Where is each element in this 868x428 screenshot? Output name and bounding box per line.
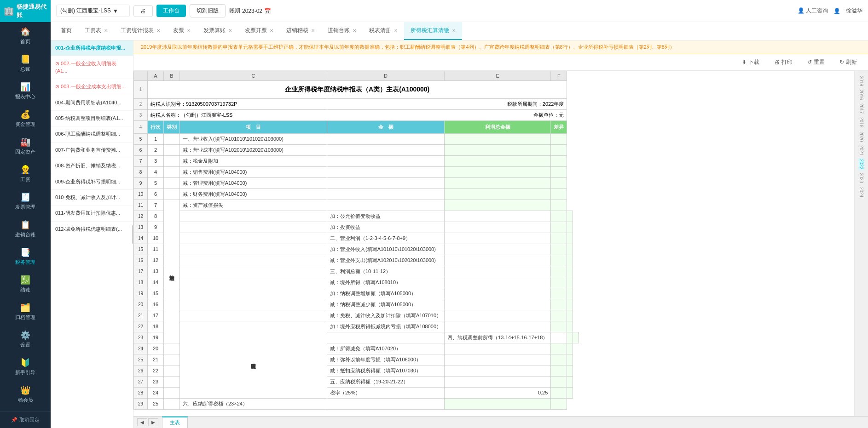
switch-version-btn[interactable]: 切到旧版	[190, 4, 226, 17]
nav-icon: 🔰	[20, 358, 30, 368]
tab-close-icon[interactable]: ✕	[394, 28, 398, 33]
next-tab-btn[interactable]: ▶	[148, 418, 158, 426]
sidebar-item-发票管理[interactable]: 🧾发票管理	[0, 188, 51, 215]
left-panel: 001-企业所得税年度纳税申报...⊘ 002-一般企业收入明细表(A1...⊘…	[51, 40, 133, 428]
sidebar-item-首页[interactable]: 🏠首页	[0, 22, 51, 50]
col-header-C: C	[180, 71, 327, 80]
prev-tab-btn[interactable]: ◀	[137, 418, 147, 426]
nav-icon: 💹	[20, 275, 30, 285]
year-item-2018[interactable]: 2018	[858, 116, 865, 129]
left-panel-item-009[interactable]: 009-企业所得税补亏损明细...	[51, 174, 133, 190]
left-panel-item-007[interactable]: 007-广告费和业务宣传费摊...	[51, 143, 133, 158]
nav-icon: ⚙️	[20, 330, 30, 340]
reset-btn[interactable]: ↺ 重置	[804, 57, 828, 68]
main-content: (勾删) 江西服宝-LSS ▼ 🖨 工作台 切到旧版 账期 2023-02 📅 …	[51, 0, 868, 428]
company-selector[interactable]: (勾删) 江西服宝-LSS ▼	[56, 5, 130, 17]
left-panel-item-011[interactable]: 011-研发费用加计扣除优惠...	[51, 205, 133, 221]
tab-close-icon[interactable]: ✕	[311, 28, 315, 33]
category-cell	[164, 166, 180, 177]
left-panel-item-002[interactable]: ⊘ 002-一般企业收入明细表(A1...	[51, 56, 133, 79]
warning-bar: 2019年度涉及取以前年度结转数据的申报表单元格需要手工维护正确，才能保证本年及…	[133, 40, 868, 54]
left-panel-item-001[interactable]: 001-企业所得税年度纳税申报...	[51, 40, 133, 56]
sidebar-item-工资[interactable]: 👷工资	[0, 160, 51, 188]
tab-close-icon[interactable]: ✕	[104, 28, 108, 33]
sidebar-item-结账[interactable]: 💹结账	[0, 270, 51, 298]
sidebar-item-税务管理[interactable]: 📑税务管理	[0, 243, 51, 270]
tab-进销稽核[interactable]: 进销稽核✕	[280, 22, 321, 40]
year-timeline: 201920162017201820202021202220232024	[854, 71, 868, 417]
left-panel-item-004[interactable]: 004-期间费用明细表(A1040...	[51, 95, 133, 111]
col-header-A: A	[148, 71, 164, 80]
bottom-tabs: ◀ ▶ 主表	[133, 416, 868, 428]
download-btn[interactable]: ⬇ 下载	[738, 57, 763, 68]
year-item-2024[interactable]: 2024	[858, 186, 865, 199]
left-panel-item-012[interactable]: 012-减免所得税优惠明细表(...	[51, 222, 133, 237]
year-item-2022[interactable]: 2022	[858, 158, 865, 171]
tab-nav-arrows: ◀ ▶	[137, 418, 158, 426]
left-panel-item-003[interactable]: ⊘ 003-一般企业成本支出明细...	[51, 79, 133, 95]
sidebar-item-新手引导[interactable]: 🔰新手引导	[0, 353, 51, 381]
sidebar-item-总账[interactable]: 📒总账	[0, 50, 51, 77]
table-row: 73减：税金及附加	[134, 155, 579, 166]
year-item-2020[interactable]: 2020	[858, 130, 865, 143]
category-cell	[164, 144, 180, 155]
refresh-btn[interactable]: ↻ 刷新	[836, 57, 861, 68]
left-panel-item-005[interactable]: 005-纳税调整项目明细表(A1...	[51, 111, 133, 126]
tab-close-icon[interactable]: ✕	[156, 28, 160, 33]
spreadsheet-container[interactable]: ABCDEF1企业所得税年度纳税申报表（A类）主表(A100000)2纳税人识别…	[133, 71, 854, 417]
tab-工资统计报表[interactable]: 工资统计报表✕	[114, 22, 167, 40]
nav-icon: 🧾	[20, 192, 30, 202]
year-item-2019[interactable]: 2019	[858, 74, 865, 87]
tab-close-icon[interactable]: ✕	[270, 28, 273, 33]
tab-close-icon[interactable]: ✕	[228, 28, 232, 33]
category-cell	[180, 288, 327, 299]
sidebar-item-归档管理[interactable]: 🗂️归档管理	[0, 298, 51, 325]
refresh-icon: ↻	[839, 59, 844, 65]
table-row: 1814减：境外所得（填写A108010）	[134, 277, 579, 288]
accounting-date: 2023-02	[242, 8, 262, 14]
sidebar-item-资金管理[interactable]: 💰资金管理	[0, 105, 51, 132]
tab-发票算账[interactable]: 发票算账✕	[197, 22, 238, 40]
bottom-tab-主表[interactable]: 主表	[162, 417, 188, 428]
table-row: 95减：管理费用(填写A104000)	[134, 177, 579, 188]
tab-所得税汇算清缴[interactable]: 所得税汇算清缴✕	[404, 22, 462, 40]
category-cell: 应纳税所得额计算	[180, 321, 327, 398]
workspace-btn[interactable]: 工作台	[156, 5, 186, 17]
left-panel-item-010[interactable]: 010-免税、减计收入及加计...	[51, 190, 133, 205]
table-row: 62减：营业成本(填写A102010\102020\103000)	[134, 144, 579, 155]
tab-close-icon[interactable]: ✕	[353, 28, 356, 33]
table-row: 139加：投资收益	[134, 222, 579, 233]
tab-发票[interactable]: 发票✕	[167, 22, 197, 40]
left-panel-item-008[interactable]: 008-资产折旧、摊销及纳税...	[51, 158, 133, 174]
table-row: 1612减：营业外支出(填写A102010\102020\103000)	[134, 255, 579, 266]
left-panel-item-006[interactable]: 006-职工薪酬纳税调整明细...	[51, 126, 133, 142]
tab-首页[interactable]: 首页	[54, 22, 78, 40]
nav-icon: 🏠	[20, 27, 30, 37]
ai-consult-btn[interactable]: 👤 人工咨询	[798, 7, 828, 15]
tab-税表清册[interactable]: 税表清册✕	[363, 22, 404, 40]
nav-icon: 🏭	[20, 137, 30, 147]
tab-close-icon[interactable]: ✕	[452, 28, 456, 33]
col-header-E: E	[445, 71, 551, 80]
template-print-btn[interactable]: 🖨	[133, 5, 153, 17]
sidebar-item-报表中心[interactable]: 📊报表中心	[0, 77, 51, 105]
year-item-2021[interactable]: 2021	[858, 144, 865, 157]
sidebar-item-畅会员[interactable]: 👑畅会员	[0, 381, 51, 408]
print-btn[interactable]: 🖨 打印	[770, 57, 796, 68]
year-item-2017[interactable]: 2017	[858, 102, 865, 115]
col-header-label-0: 行次	[148, 120, 164, 133]
nav-icon: 📋	[20, 220, 30, 230]
tab-close-icon[interactable]: ✕	[187, 28, 191, 33]
tab-进销台账[interactable]: 进销台账✕	[321, 22, 363, 40]
sidebar-item-进销台账[interactable]: 📋进销台账	[0, 215, 51, 243]
col-header-label-4: 利润总金额	[445, 120, 551, 133]
col-header-label-2: 项 目	[180, 120, 327, 133]
tab-工资表[interactable]: 工资表✕	[78, 22, 114, 40]
year-item-2023[interactable]: 2023	[858, 171, 865, 184]
sidebar-item-设置[interactable]: ⚙️设置	[0, 325, 51, 353]
year-item-2016[interactable]: 2016	[858, 88, 865, 101]
table-row: 1511加：营业外收入(填写A101010\101020\103000)	[134, 244, 579, 255]
sidebar-item-固定资产[interactable]: 🏭固定资产	[0, 132, 51, 160]
sidebar-footer-btn[interactable]: 📌 取消固定	[0, 411, 51, 428]
tab-发票开票[interactable]: 发票开票✕	[238, 22, 280, 40]
